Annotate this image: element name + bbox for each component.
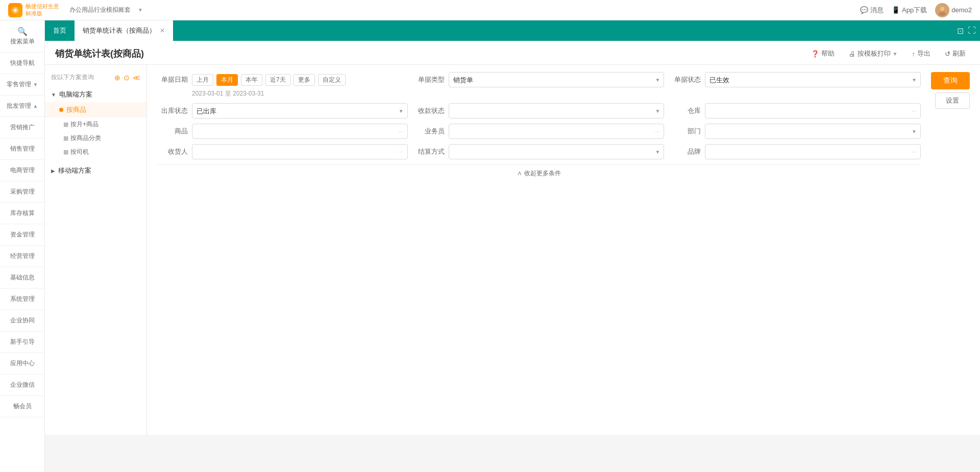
filter-department: 部门 ▼ xyxy=(670,124,921,139)
print-dropdown-icon[interactable]: ▼ xyxy=(893,51,898,57)
scheme-settings-icon[interactable]: ⊙ xyxy=(124,74,130,82)
settlement-select[interactable] xyxy=(449,144,665,159)
phone-icon: 📱 xyxy=(892,6,900,14)
scheme-group-desktop: ▼ 电脑端方案 按商品 ▦ 按月+商品 ▦ 按 xyxy=(45,85,146,161)
sidebar-item-quicknav[interactable]: 快捷导航 xyxy=(0,53,44,74)
filter-goods: 商品 ··· xyxy=(157,124,408,139)
sidebar: 🔍 搜索菜单 快捷导航 零售管理 ▼ 批发管理 ▲ 营销推广 销售管理 电商管理… xyxy=(0,20,45,472)
sidebar-item-retail[interactable]: 零售管理 ▼ xyxy=(0,74,44,96)
sidebar-item-weixin[interactable]: 企业微信 xyxy=(0,374,44,396)
brand-input[interactable] xyxy=(705,144,921,159)
query-button[interactable]: 查询 xyxy=(931,72,970,89)
date-btn-this-year[interactable]: 本年 xyxy=(241,74,262,86)
active-dot xyxy=(59,108,63,112)
doc-type-select[interactable]: 销货单 xyxy=(449,72,665,87)
sidebar-item-enterprise[interactable]: 企业协同 xyxy=(0,310,44,332)
date-btn-this-month[interactable]: 本月 xyxy=(216,74,238,86)
search-icon: 🔍 xyxy=(17,27,28,36)
filter-doc-status: 单据状态 已生效 ▼ xyxy=(670,72,921,87)
system-name: 办公用品行业模拟账套 xyxy=(69,6,131,14)
date-range-display: 2023-03-01 至 2023-03-31 xyxy=(192,89,921,98)
sub-icon-monthly: ▦ xyxy=(63,121,68,128)
sidebar-item-wholesale[interactable]: 批发管理 ▲ xyxy=(0,96,44,117)
sidebar-item-basic[interactable]: 基础信息 xyxy=(0,267,44,289)
filter-brand: 品牌 ··· xyxy=(670,144,921,159)
scheme-panel-header: 按以下方案查询 ⊕ ⊙ ≪ xyxy=(45,70,146,85)
scheme-sub-goods-category[interactable]: ▦ 按商品分类 xyxy=(45,131,146,145)
tab-close-icon[interactable]: ✕ xyxy=(160,27,165,34)
template-print-btn[interactable]: 🖨 按模板打印 ▼ xyxy=(845,47,902,60)
svg-point-2 xyxy=(939,12,946,16)
doc-status-select[interactable]: 已生效 xyxy=(705,72,921,87)
scheme-group-desktop-header[interactable]: ▼ 电脑端方案 xyxy=(45,87,146,102)
filter-doc-type: 单据类型 销货单 ▼ xyxy=(414,72,665,87)
avatar xyxy=(935,3,949,17)
logo-icon xyxy=(8,3,22,17)
user-area[interactable]: demo2 xyxy=(935,3,972,17)
export-btn[interactable]: ↑ 导出 xyxy=(908,47,935,60)
page-header: 销货单统计表(按商品) ❓ 帮助 🖨 按模板打印 ▼ ↑ 导出 xyxy=(45,41,980,65)
sidebar-item-finance[interactable]: 资金管理 xyxy=(0,224,44,246)
sidebar-item-ecommerce[interactable]: 电商管理 xyxy=(0,160,44,181)
expand-icon-2: ▲ xyxy=(33,103,38,109)
sidebar-item-newbie[interactable]: 新手引导 xyxy=(0,332,44,353)
print-icon: 🖨 xyxy=(849,50,855,58)
sub-icon-driver: ▦ xyxy=(63,149,68,155)
filter-settlement: 结算方式 ▼ xyxy=(414,144,665,159)
receiver-input[interactable] xyxy=(192,144,408,159)
date-btn-last-month[interactable]: 上月 xyxy=(192,74,213,86)
scheme-sub-monthly-goods[interactable]: ▦ 按月+商品 xyxy=(45,117,146,131)
date-btn-7days[interactable]: 近7天 xyxy=(265,74,290,86)
sidebar-item-system[interactable]: 系统管理 xyxy=(0,289,44,310)
scheme-add-icon[interactable]: ⊕ xyxy=(114,74,120,82)
help-btn[interactable]: ❓ 帮助 xyxy=(807,47,839,60)
app-download-btn[interactable]: 📱 App下载 xyxy=(892,6,927,15)
tab-restore-icon[interactable]: ⊡ xyxy=(957,26,964,36)
refresh-icon: ↺ xyxy=(945,50,950,58)
sidebar-item-sales[interactable]: 销售管理 xyxy=(0,138,44,160)
goods-input[interactable] xyxy=(192,124,408,139)
logo: 畅捷信好生意 标准版 xyxy=(8,3,59,17)
system-dropdown-icon[interactable]: ▼ xyxy=(138,7,143,13)
filter-warehouse: 仓库 ··· xyxy=(670,103,921,119)
tab-sales-stat[interactable]: 销货单统计表（按商品） ✕ xyxy=(75,20,173,41)
scheme-sub-driver[interactable]: ▦ 按司机 xyxy=(45,145,146,159)
sidebar-item-operation[interactable]: 经营管理 xyxy=(0,246,44,267)
sidebar-item-search[interactable]: 🔍 搜索菜单 xyxy=(0,20,44,53)
warehouse-status-select[interactable]: 已出库 xyxy=(192,103,408,119)
tab-bar: 首页 销货单统计表（按商品） ✕ ⊡ ⛶ xyxy=(45,20,980,41)
message-btn[interactable]: 💬 消息 xyxy=(860,6,884,15)
filter-salesperson: 业务员 ··· xyxy=(414,124,665,139)
logo-text: 畅捷信好生意 标准版 xyxy=(26,3,59,16)
content-area: 首页 销货单统计表（按商品） ✕ ⊡ ⛶ 销货单统计表(按商品) ❓ 帮助 xyxy=(45,20,980,472)
sidebar-item-vip[interactable]: 畅会员 xyxy=(0,396,44,417)
sidebar-item-appstore[interactable]: 应用中心 xyxy=(0,353,44,374)
help-icon: ❓ xyxy=(811,50,819,58)
salesperson-input[interactable] xyxy=(449,124,665,139)
filter-receiver: 收货人 ··· xyxy=(157,144,408,159)
expand-icon: ▼ xyxy=(33,82,38,87)
warehouse-input[interactable] xyxy=(705,103,921,119)
sidebar-item-marketing[interactable]: 营销推广 xyxy=(0,117,44,138)
filter-payment-status: 收款状态 ▼ xyxy=(414,103,665,119)
scheme-item-by-goods[interactable]: 按商品 xyxy=(45,102,146,117)
empty-state: ✦ ✦ ✦ 1 请先选择要分析的方案 2 用[过滤]条件来缩小分析范围 xyxy=(455,435,570,472)
settings-button[interactable]: 设置 xyxy=(935,92,970,109)
sidebar-item-inventory[interactable]: 库存核算 xyxy=(0,203,44,224)
date-btn-more[interactable]: 更多 xyxy=(293,74,315,86)
tab-maximize-icon[interactable]: ⛶ xyxy=(968,26,976,35)
message-icon: 💬 xyxy=(860,6,868,14)
export-icon: ↑ xyxy=(912,50,916,58)
payment-status-select[interactable] xyxy=(449,103,665,119)
scheme-group-mobile-header[interactable]: ▶ 移动端方案 xyxy=(45,163,146,178)
sidebar-item-purchase[interactable]: 采购管理 xyxy=(0,181,44,203)
page-actions: ❓ 帮助 🖨 按模板打印 ▼ ↑ 导出 ↺ 刷新 xyxy=(807,47,970,60)
date-btn-custom[interactable]: 自定义 xyxy=(318,74,346,86)
scheme-collapse-icon[interactable]: ≪ xyxy=(133,74,140,82)
tab-home[interactable]: 首页 xyxy=(45,20,75,41)
page-title: 销货单统计表(按商品) xyxy=(55,48,144,60)
refresh-btn[interactable]: ↺ 刷新 xyxy=(941,47,970,60)
collapse-bar[interactable]: ∧ 收起更多条件 xyxy=(157,164,921,182)
sub-icon-category: ▦ xyxy=(63,135,68,141)
department-select[interactable] xyxy=(705,124,921,139)
